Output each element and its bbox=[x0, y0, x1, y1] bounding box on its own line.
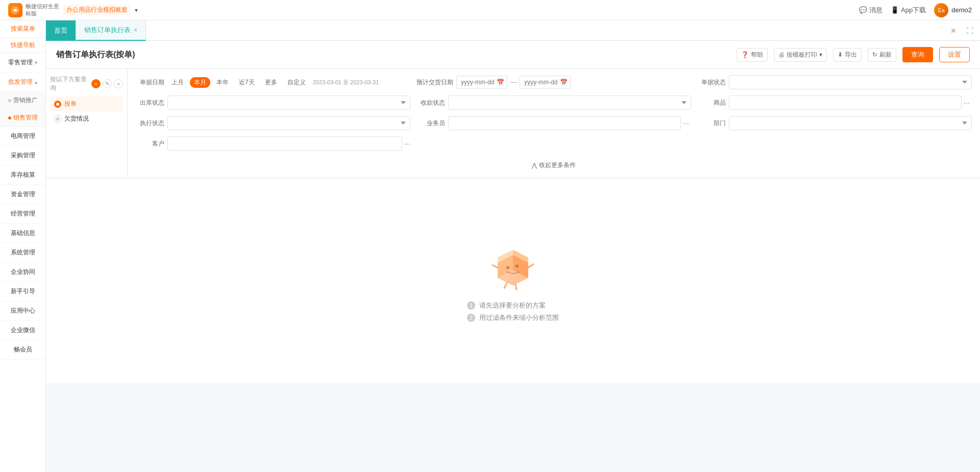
expand-window-button[interactable]: ⛶ bbox=[964, 25, 976, 37]
exec-status-label: 执行状态 bbox=[136, 119, 164, 128]
salesman-label: 业务员 bbox=[416, 119, 445, 128]
filter-main: 单据日期 上月 本月 本年 近7天 更多 自定义 2023-03-01 至 20… bbox=[128, 69, 980, 178]
sidebar-item-apps[interactable]: 应用中心 bbox=[0, 301, 45, 321]
collapse-up-icon: ⋀ bbox=[532, 162, 537, 169]
sidebar-nav[interactable]: 快捷导航 bbox=[0, 38, 45, 53]
empty-tip-1: 1 请先选择要分析的方案 bbox=[467, 301, 559, 310]
sidebar-item-retail[interactable]: 零售管理 ▾ bbox=[0, 53, 45, 73]
receive-status-select[interactable] bbox=[448, 96, 691, 110]
tab-home[interactable]: 首页 bbox=[46, 20, 76, 41]
goods-more-button[interactable]: ··· bbox=[962, 99, 972, 107]
sidebar-item-label: 零售管理 bbox=[8, 58, 33, 67]
tab-bar: 首页 销售订单执行表 × ✕ ⛶ bbox=[46, 20, 980, 41]
calendar-start-icon: 📅 bbox=[497, 79, 504, 86]
add-plan-button[interactable]: + bbox=[91, 79, 101, 88]
sidebar-item-system[interactable]: 系统管理 bbox=[0, 243, 45, 263]
sidebar-item-member[interactable]: 畅会员 bbox=[0, 340, 45, 360]
customer-label: 客户 bbox=[136, 139, 164, 148]
receive-status-control bbox=[448, 96, 691, 110]
salesman-control: ··· bbox=[448, 116, 691, 130]
exec-status-select[interactable] bbox=[167, 116, 410, 130]
sidebar-item-wechat[interactable]: 企业微信 bbox=[0, 321, 45, 340]
sub-item-sales[interactable]: 销售管理 bbox=[0, 109, 45, 127]
export-button[interactable]: ⬇ 导出 bbox=[833, 48, 862, 62]
receive-status-field: 收款状态 bbox=[416, 96, 691, 110]
sub-dot bbox=[8, 99, 11, 102]
active-tab-label: 销售订单执行表 bbox=[84, 26, 131, 35]
exec-status-control bbox=[167, 116, 410, 130]
content-area: 首页 销售订单执行表 × ✕ ⛶ 销售订单执行表(按单) ❓ 帮助 bbox=[46, 20, 980, 472]
sidebar-item-basic[interactable]: 基础信息 bbox=[0, 224, 45, 243]
user-profile[interactable]: Ea demo2 bbox=[934, 3, 972, 17]
plan-dot-active bbox=[54, 101, 61, 108]
date-tag-custom[interactable]: 自定义 bbox=[283, 77, 310, 88]
close-window-button[interactable]: ✕ bbox=[947, 25, 960, 37]
collapse-plan-button[interactable]: « bbox=[114, 79, 123, 88]
filter-row-1: 单据日期 上月 本月 本年 近7天 更多 自定义 2023-03-01 至 20… bbox=[136, 75, 972, 89]
app-download-action[interactable]: 📱 App下载 bbox=[891, 6, 926, 15]
sub-item-marketing[interactable]: 营销推广 bbox=[0, 92, 45, 109]
query-button[interactable]: 查询 bbox=[902, 47, 933, 62]
message-label: 消息 bbox=[869, 6, 883, 15]
date-tag-last-month[interactable]: 上月 bbox=[167, 77, 188, 88]
sidebar-item-wholesale[interactable]: 批发管理 ▴ bbox=[0, 73, 45, 92]
tip-num-1: 1 bbox=[467, 301, 475, 310]
doc-status-select[interactable] bbox=[729, 75, 972, 89]
plan-item-shortage[interactable]: 欠货情况 bbox=[50, 111, 123, 126]
plan-item-by-order[interactable]: 按单 bbox=[50, 97, 123, 111]
app-icon: 📱 bbox=[891, 6, 899, 14]
print-button[interactable]: 🖨 按模板打印 ▾ bbox=[774, 48, 827, 62]
date-label: 单据日期 bbox=[136, 78, 164, 87]
date-tag-7days[interactable]: 近7天 bbox=[235, 77, 259, 88]
plan-item-label: 按单 bbox=[64, 100, 77, 108]
svg-point-2 bbox=[56, 117, 59, 121]
receive-status-label: 收款状态 bbox=[416, 99, 445, 107]
app-download-label: App下载 bbox=[901, 6, 926, 15]
empty-state: 1 请先选择要分析的方案 2 用过滤条件来缩小分析范围 bbox=[46, 179, 980, 383]
tab-sales-order[interactable]: 销售订单执行表 × bbox=[76, 20, 146, 41]
sidebar-search[interactable]: 搜索菜单 bbox=[0, 20, 45, 38]
customer-input[interactable] bbox=[167, 136, 402, 151]
page-actions: ❓ 帮助 🖨 按模板打印 ▾ ⬇ 导出 ↻ 刷新 bbox=[737, 47, 970, 62]
breadcrumb-dropdown[interactable]: ▾ bbox=[135, 7, 138, 14]
sidebar: 搜索菜单 快捷导航 零售管理 ▾ 批发管理 ▴ 营销推广 销售管理 电商管理 采… bbox=[0, 20, 46, 472]
sidebar-item-ecommerce[interactable]: 电商管理 bbox=[0, 127, 45, 146]
sidebar-item-purchase[interactable]: 采购管理 bbox=[0, 146, 45, 166]
filter-plan-label: 按以下方案查询 bbox=[50, 75, 91, 92]
salesman-input[interactable] bbox=[448, 116, 681, 130]
customer-more-button[interactable]: ··· bbox=[402, 139, 412, 148]
filter-row-2: 出库状态 收款状态 bbox=[136, 96, 972, 110]
empty-tip-2: 2 用过滤条件来缩小分析范围 bbox=[467, 313, 559, 322]
refresh-button[interactable]: ↻ 刷新 bbox=[868, 48, 896, 62]
sidebar-item-inventory[interactable]: 库存核算 bbox=[0, 166, 45, 185]
salesman-more-button[interactable]: ··· bbox=[681, 119, 691, 127]
date-tag-this-month[interactable]: 本月 bbox=[190, 77, 210, 88]
sidebar-item-enterprise[interactable]: 企业协同 bbox=[0, 263, 45, 282]
filter-sidebar-icons: + ✎ « bbox=[91, 79, 123, 88]
help-button[interactable]: ❓ 帮助 bbox=[737, 48, 768, 62]
date-tag-this-year[interactable]: 本年 bbox=[212, 77, 233, 88]
doc-status-control bbox=[729, 75, 972, 89]
message-icon: 💬 bbox=[859, 6, 867, 14]
date-tag-more[interactable]: 更多 bbox=[261, 77, 281, 88]
sidebar-item-operations[interactable]: 经营管理 bbox=[0, 204, 45, 224]
breadcrumb[interactable]: 办公用品行业模拟账套 bbox=[63, 5, 131, 15]
exec-status-field: 执行状态 bbox=[136, 116, 410, 130]
settings-button[interactable]: 设置 bbox=[939, 47, 970, 62]
svg-line-12 bbox=[504, 283, 507, 288]
out-status-select[interactable] bbox=[167, 96, 410, 110]
tab-close-button[interactable]: × bbox=[134, 27, 137, 33]
sidebar-item-finance[interactable]: 资金管理 bbox=[0, 185, 45, 204]
goods-input[interactable] bbox=[729, 96, 962, 110]
collapse-more-button[interactable]: ⋀ 收起更多条件 bbox=[136, 157, 972, 172]
sidebar-item-guide[interactable]: 新手引导 bbox=[0, 282, 45, 301]
dept-select[interactable] bbox=[729, 116, 972, 130]
tip-text-1: 请先选择要分析的方案 bbox=[479, 301, 546, 310]
refresh-icon: ↻ bbox=[872, 51, 877, 58]
svg-line-13 bbox=[516, 285, 517, 290]
edit-plan-button[interactable]: ✎ bbox=[103, 79, 112, 88]
home-tab-label: 首页 bbox=[54, 26, 67, 35]
message-action[interactable]: 💬 消息 bbox=[859, 6, 883, 15]
header-right: 💬 消息 📱 App下载 Ea demo2 bbox=[859, 3, 972, 17]
sub-dot-active bbox=[8, 116, 11, 120]
